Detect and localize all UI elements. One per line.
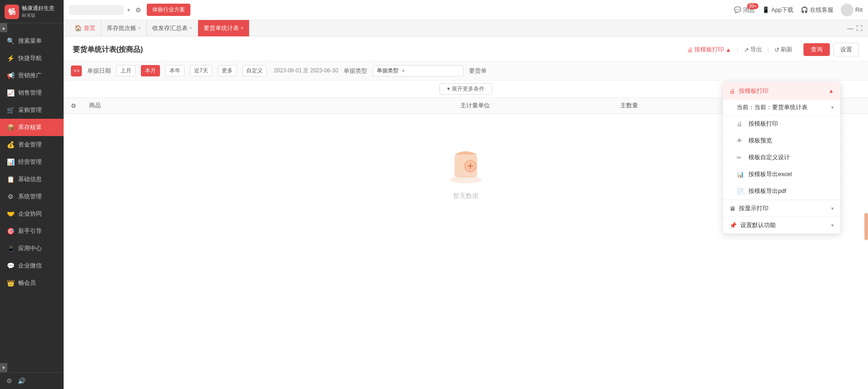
sidebar-item-label-new-guide: 新手引导 bbox=[18, 227, 42, 235]
promo-button[interactable]: 体验行业方案 bbox=[147, 4, 190, 16]
app-download-button[interactable]: 📱 App下载 bbox=[762, 6, 793, 14]
app-center-icon: 📱 bbox=[6, 244, 15, 253]
enterprise-wechat-icon: 💬 bbox=[6, 262, 15, 270]
sidebar-item-quick-nav[interactable]: ⚡ 快捷导航 bbox=[0, 50, 64, 67]
this-year-button[interactable]: 本年 bbox=[165, 65, 185, 76]
dropdown-section-default-setting-left: 📌 设置默认功能 bbox=[729, 221, 776, 229]
dropdown-current-arrow-icon: ▾ bbox=[831, 105, 834, 111]
headphone-icon: 🎧 bbox=[801, 6, 808, 13]
sidebar-item-basic-info[interactable]: 📋 基础信息 bbox=[0, 171, 64, 188]
custom-date-button[interactable]: 自定义 bbox=[242, 65, 267, 76]
sidebar-item-sales[interactable]: 📈 销售管理 bbox=[0, 84, 64, 101]
filter-expand-icon[interactable]: >> bbox=[71, 66, 82, 76]
last-7days-button[interactable]: 近7天 bbox=[190, 65, 212, 76]
sidebar-item-operations[interactable]: 📊 经营管理 bbox=[0, 153, 64, 171]
sidebar-item-label-purchase: 采购管理 bbox=[18, 106, 42, 114]
sidebar-item-vip[interactable]: 👑 畅会员 bbox=[0, 274, 64, 292]
export-label: 导出 bbox=[750, 45, 762, 54]
tabs-bar: 🏠 首页 库存批次账 × 收发存汇总表 × 要货单统计表 × — ⛶ bbox=[64, 20, 868, 36]
sidebar-item-label-enterprise-wechat: 企业微信 bbox=[18, 262, 42, 270]
tab-receipt-summary[interactable]: 收发存汇总表 × bbox=[147, 20, 198, 36]
display-print-icon: 🖥 bbox=[729, 205, 735, 212]
sidebar-item-marketing[interactable]: 📢 营销推广 bbox=[0, 67, 64, 84]
export-button[interactable]: ↗ 导出 bbox=[741, 44, 765, 56]
sidebar-item-purchase[interactable]: 🛒 采购管理 bbox=[0, 101, 64, 119]
table-col-qty: 主数量 bbox=[552, 101, 707, 110]
dropdown-item-template-custom[interactable]: ✏ 模板自定义设计 bbox=[723, 149, 840, 166]
dropdown-item-template-print[interactable]: 🖨 按模板打印 bbox=[723, 116, 840, 132]
sales-icon: 📈 bbox=[6, 89, 15, 97]
dropdown-item-template-export-pdf[interactable]: 📄 按模板导出pdf bbox=[723, 183, 840, 200]
sidebar-scroll-down[interactable]: ▼ bbox=[0, 363, 7, 372]
sidebar: 畅 畅康通好生意 标准版 ▲ 🔍 搜索菜单 ⚡ 快捷导航 📢 营销推广 📈 销售… bbox=[0, 0, 64, 389]
topbar-right: 💬 消息 99+ 📱 App下载 🎧 在线客服 Rit bbox=[734, 4, 863, 16]
tab-expand-controls: — ⛶ bbox=[847, 25, 863, 32]
dropdown-section-default-setting[interactable]: 📌 设置默认功能 ▾ bbox=[723, 217, 840, 233]
template-print-icon: 🖨 bbox=[737, 121, 745, 127]
sidebar-item-label-app-center: 应用中心 bbox=[18, 244, 42, 253]
table-col-product: 商品 bbox=[89, 101, 398, 110]
order-type-value: 单据类型 bbox=[377, 67, 399, 75]
sidebar-item-inventory[interactable]: 📦 库存核算 bbox=[0, 119, 64, 136]
sidebar-item-enterprise-wechat[interactable]: 💬 企业微信 bbox=[0, 257, 64, 274]
tab-maximize-button[interactable]: ⛶ bbox=[856, 25, 863, 32]
more-date-button[interactable]: 更多 bbox=[218, 65, 237, 76]
table-col-settings[interactable]: ⚙ bbox=[71, 102, 89, 109]
user-avatar[interactable]: Rit bbox=[841, 4, 863, 16]
page-title: 要货单统计表(按商品) bbox=[73, 45, 143, 55]
tab-inventory-batch[interactable]: 库存批次账 × bbox=[101, 20, 147, 36]
settings-footer-icon[interactable]: ⚙ bbox=[6, 377, 12, 384]
app-download-label: App下载 bbox=[771, 6, 793, 14]
settings-button[interactable]: 设置 bbox=[833, 43, 859, 56]
message-icon: 💬 bbox=[734, 6, 741, 13]
tab-receipt-summary-close[interactable]: × bbox=[190, 25, 192, 30]
vip-icon: 👑 bbox=[6, 279, 15, 287]
operations-icon: 📊 bbox=[6, 158, 15, 166]
right-scrollbar[interactable] bbox=[864, 213, 868, 240]
dropdown-item-template-export-excel-label: 按模板导出excel bbox=[748, 170, 792, 178]
tab-minimize-button[interactable]: — bbox=[847, 25, 853, 32]
sidebar-item-app-center[interactable]: 📱 应用中心 bbox=[0, 240, 64, 257]
app-name-block: 畅康通好生意 标准版 bbox=[22, 5, 55, 19]
refresh-button[interactable]: ↺ 刷新 bbox=[772, 44, 795, 56]
refresh-icon: ↺ bbox=[774, 46, 779, 53]
finance-icon: 💰 bbox=[6, 141, 15, 149]
current-prefix: 当前： bbox=[737, 104, 754, 111]
sidebar-item-label-sales: 销售管理 bbox=[18, 89, 42, 97]
sidebar-item-cooperation[interactable]: 🤝 企业协同 bbox=[0, 205, 64, 222]
filter-bar: >> 单据日期 上月 本月 本年 近7天 更多 自定义 2023-06-01 至… bbox=[64, 61, 868, 81]
expand-more-button[interactable]: ▾ 展开更多条件 bbox=[439, 83, 492, 95]
tab-order-stats[interactable]: 要货单统计表 × bbox=[198, 20, 249, 36]
tab-order-stats-close[interactable]: × bbox=[241, 25, 244, 30]
sidebar-scroll-up[interactable]: ▲ bbox=[0, 23, 7, 32]
sidebar-item-system[interactable]: ⚙ 系统管理 bbox=[0, 188, 64, 205]
order-type-arrow-icon: ▾ bbox=[402, 68, 404, 73]
sidebar-item-finance[interactable]: 💰 资金管理 bbox=[0, 136, 64, 153]
online-service-button[interactable]: 🎧 在线客服 bbox=[801, 6, 833, 14]
messages-badge: 99+ bbox=[747, 3, 758, 9]
prev-month-button[interactable]: 上月 bbox=[116, 65, 135, 76]
dropdown-header-left: 🖨 按模板打印 bbox=[729, 87, 768, 95]
export-icon: ↗ bbox=[744, 46, 749, 53]
dropdown-current-template[interactable]: 当前：当前：要货单统计表 ▾ bbox=[723, 100, 840, 116]
dropdown-section-display-print[interactable]: 🖥 按显示打印 ▾ bbox=[723, 200, 840, 217]
home-icon: 🏠 bbox=[75, 25, 82, 31]
this-month-button[interactable]: 本月 bbox=[141, 65, 160, 76]
sidebar-item-new-guide[interactable]: 🎯 新手引导 bbox=[0, 222, 64, 240]
dropdown-header[interactable]: 🖨 按模板打印 ▲ bbox=[723, 82, 840, 100]
order-type-select[interactable]: 单据类型 ▾ bbox=[373, 65, 464, 76]
dropdown-item-template-preview[interactable]: 👁 模板预览 bbox=[723, 132, 840, 149]
topbar-gear-icon[interactable]: ⚙ bbox=[135, 6, 141, 14]
tab-inventory-batch-close[interactable]: × bbox=[138, 25, 141, 30]
query-button[interactable]: 查询 bbox=[803, 43, 830, 56]
tab-home[interactable]: 🏠 首页 bbox=[69, 20, 101, 36]
sidebar-item-search[interactable]: 🔍 搜索菜单 bbox=[0, 32, 64, 50]
topbar-chevron-icon[interactable]: ▾ bbox=[127, 7, 130, 13]
topbar-search-input[interactable] bbox=[69, 5, 124, 15]
dropdown-item-template-export-excel[interactable]: 📊 按模板导出excel bbox=[723, 166, 840, 183]
messages-button[interactable]: 💬 消息 99+ bbox=[734, 6, 755, 14]
print-template-button[interactable]: 🖨 按模板打印 ▲ bbox=[684, 44, 734, 56]
online-service-label: 在线客服 bbox=[810, 6, 833, 14]
sidebar-item-label-finance: 资金管理 bbox=[18, 141, 42, 149]
audio-footer-icon[interactable]: 🔊 bbox=[18, 377, 25, 384]
